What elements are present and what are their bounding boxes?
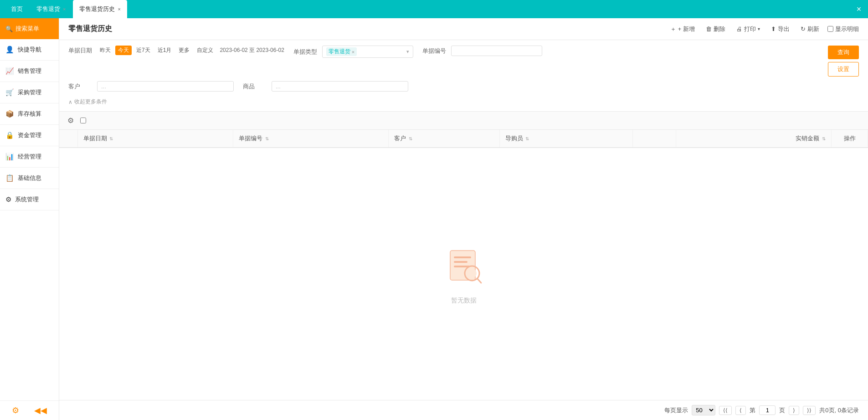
sidebar-item-operations[interactable]: 📊 经营管理 xyxy=(0,146,59,168)
th-doc-number[interactable]: 单据编号 ⇅ xyxy=(233,130,388,148)
quick-nav-icon: 👤 xyxy=(5,46,14,54)
sidebar-item-sales-label: 销售管理 xyxy=(18,67,41,75)
filter-product: 商品 xyxy=(243,81,408,92)
sidebar-audio-icon[interactable]: ◀◀ xyxy=(34,405,47,415)
tab-retail-return[interactable]: 零售退货 × xyxy=(30,0,72,18)
first-page-button[interactable]: ⟨⟨ xyxy=(719,406,732,415)
doc-type-select[interactable]: 零售退货 × ▾ xyxy=(322,46,413,58)
th-guide-label: 导购员 xyxy=(505,135,523,142)
th-actual-amount[interactable]: 实销金额 ⇅ xyxy=(676,130,831,148)
window-close-button[interactable]: × xyxy=(850,0,868,18)
date-opt-today[interactable]: 今天 xyxy=(115,46,132,55)
select-all-checkbox[interactable] xyxy=(80,118,86,123)
date-opt-custom[interactable]: 自定义 xyxy=(194,46,216,55)
refresh-button[interactable]: ↻ 刷新 xyxy=(798,23,822,35)
tab-retail-return-close[interactable]: × xyxy=(63,6,66,12)
product-input[interactable] xyxy=(272,81,408,92)
sidebar-item-sales[interactable]: 📈 销售管理 xyxy=(0,61,59,82)
top-nav-bar: 首页 零售退货 × 零售退货历史 × × xyxy=(0,0,868,18)
empty-icon xyxy=(441,244,487,289)
filter-row-2: 客户 商品 xyxy=(68,81,859,92)
sales-icon: 📈 xyxy=(5,67,14,75)
product-label: 商品 xyxy=(243,82,268,91)
header-actions: ＋ + 新增 🗑 删除 🖨 打印 ▾ ⬆ 导出 ↻ xyxy=(668,23,859,35)
tab-retail-return-history-label: 零售退货历史 xyxy=(79,5,115,13)
setting-button[interactable]: 设置 xyxy=(828,62,859,77)
refresh-icon: ↻ xyxy=(801,26,806,32)
sidebar-item-basic[interactable]: 📋 基础信息 xyxy=(0,168,59,189)
doc-type-tag-remove[interactable]: × xyxy=(352,49,354,55)
collapse-label: 收起更多条件 xyxy=(74,98,107,106)
th-doc-date[interactable]: 单据日期 ⇅ xyxy=(77,130,233,148)
svg-rect-2 xyxy=(454,261,467,263)
doc-number-input[interactable] xyxy=(451,46,542,56)
date-filter-label: 单据日期 xyxy=(68,46,93,55)
tab-home[interactable]: 首页 xyxy=(5,0,29,18)
add-button[interactable]: ＋ + 新增 xyxy=(668,23,698,35)
sidebar-item-inventory[interactable]: 📦 库存核算 xyxy=(0,103,59,125)
sidebar-item-system-label: 系统管理 xyxy=(15,195,39,204)
doc-number-sort-icon: ⇅ xyxy=(265,136,269,141)
tab-retail-return-history[interactable]: 零售退货历史 × xyxy=(73,0,127,18)
purchase-icon: 🛒 xyxy=(5,88,14,97)
collapse-button[interactable]: ∧ 收起更多条件 xyxy=(68,96,859,109)
operations-icon: 📊 xyxy=(5,153,14,161)
th-spacer xyxy=(633,130,676,148)
doc-type-chevron-icon: ▾ xyxy=(406,49,409,55)
basic-icon: 📋 xyxy=(5,174,14,182)
guide-sort-icon: ⇅ xyxy=(525,136,529,141)
date-opt-1month[interactable]: 近1月 xyxy=(155,46,175,55)
display-detail-checkbox[interactable] xyxy=(827,26,833,32)
th-checkbox xyxy=(59,130,77,148)
chevron-up-icon: ∧ xyxy=(68,99,72,105)
sidebar-item-purchase[interactable]: 🛒 采购管理 xyxy=(0,82,59,103)
date-opt-7days[interactable]: 近7天 xyxy=(134,46,153,55)
doc-type-label: 单据类型 xyxy=(293,48,318,56)
display-detail-toggle: 显示明细 xyxy=(827,25,859,33)
print-icon: 🖨 xyxy=(736,26,742,32)
print-label: 打印 xyxy=(744,25,756,33)
sidebar: 🔍 搜索菜单 👤 快捷导航 📈 销售管理 🛒 采购管理 📦 库存核算 🔒 资金管… xyxy=(0,18,59,420)
tab-retail-return-history-close[interactable]: × xyxy=(118,6,120,12)
amount-sort-icon: ⇅ xyxy=(822,136,826,141)
pagination: 每页显示 50 100 200 ⟨⟨ ⟨ 第 页 ⟩ ⟩⟩ 共0页, 0条记录 xyxy=(59,400,868,420)
content-area: 零售退货历史 ＋ + 新增 🗑 删除 🖨 打印 ▾ ⬆ 导出 xyxy=(59,18,868,420)
svg-rect-1 xyxy=(454,256,471,258)
th-guide[interactable]: 导购员 ⇅ xyxy=(499,130,632,148)
page-number-input[interactable] xyxy=(759,405,776,415)
sidebar-item-finance[interactable]: 🔒 资金管理 xyxy=(0,125,59,146)
page-title: 零售退货历史 xyxy=(68,24,112,34)
page-header: 零售退货历史 ＋ + 新增 🗑 删除 🖨 打印 ▾ ⬆ 导出 xyxy=(59,18,868,40)
sidebar-item-system[interactable]: ⚙ 系统管理 xyxy=(0,189,59,210)
sidebar-search[interactable]: 🔍 搜索菜单 xyxy=(0,18,59,39)
data-table: 单据日期 ⇅ 单据编号 ⇅ 客户 ⇅ 导购员 ⇅ xyxy=(59,130,868,148)
filter-doc-number: 单据编号 xyxy=(422,46,542,56)
finance-icon: 🔒 xyxy=(5,131,14,139)
delete-icon: 🗑 xyxy=(706,26,712,32)
system-icon: ⚙ xyxy=(5,195,11,204)
last-page-button[interactable]: ⟩⟩ xyxy=(803,406,816,415)
column-settings-button[interactable]: ⚙ xyxy=(65,115,77,126)
refresh-label: 刷新 xyxy=(807,25,819,33)
delete-button[interactable]: 🗑 删除 xyxy=(703,23,728,35)
date-opt-more[interactable]: 更多 xyxy=(176,46,192,55)
export-button[interactable]: ⬆ 导出 xyxy=(768,23,792,35)
sidebar-settings-icon[interactable]: ⚙ xyxy=(12,405,19,415)
th-customer[interactable]: 客户 ⇅ xyxy=(389,130,499,148)
page-size-label: 每页显示 xyxy=(664,406,688,415)
date-opt-yesterday[interactable]: 昨天 xyxy=(97,46,113,55)
filter-actions: 查询 设置 xyxy=(828,46,859,77)
sidebar-item-quick-nav[interactable]: 👤 快捷导航 xyxy=(0,39,59,61)
svg-line-6 xyxy=(477,278,481,283)
print-button[interactable]: 🖨 打印 ▾ xyxy=(734,23,763,35)
query-button[interactable]: 查询 xyxy=(828,46,859,59)
next-page-button[interactable]: ⟩ xyxy=(789,406,799,415)
customer-input[interactable] xyxy=(97,81,234,92)
prev-page-button[interactable]: ⟨ xyxy=(735,406,746,415)
page-size-select[interactable]: 50 100 200 xyxy=(692,405,715,415)
th-ops: 操作 xyxy=(832,130,868,148)
filter-doc-type: 单据类型 零售退货 × ▾ xyxy=(293,46,413,58)
filter-row-1: 单据日期 昨天 今天 近7天 近1月 更多 自定义 2023-06-02 至 2… xyxy=(68,46,859,77)
table-toolbar: ⚙ xyxy=(59,112,868,130)
empty-state: 暂无数据 xyxy=(59,148,868,400)
